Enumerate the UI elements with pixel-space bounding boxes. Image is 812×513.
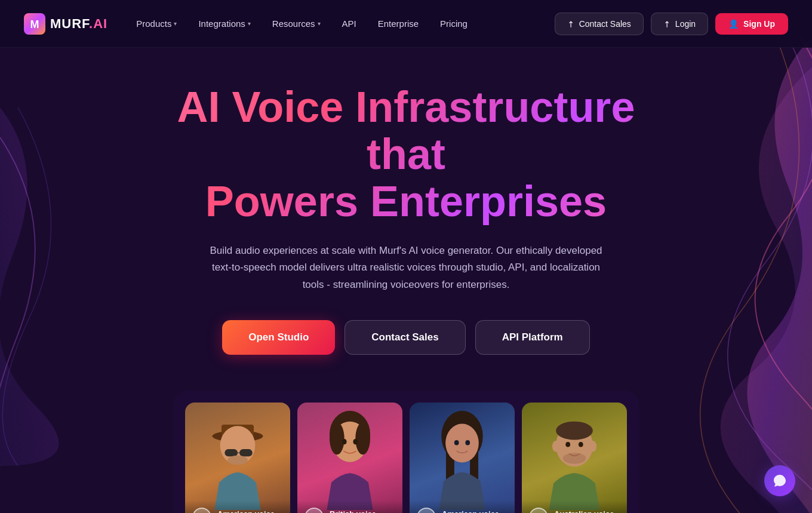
nav-item-api[interactable]: API xyxy=(333,14,366,33)
arrow-icon: ↗ xyxy=(661,18,673,30)
svg-point-23 xyxy=(552,441,559,452)
nav-item-products[interactable]: Products ▾ xyxy=(127,14,186,33)
svg-point-13 xyxy=(342,439,347,444)
chat-icon xyxy=(772,473,788,489)
voice-type-3: American voice xyxy=(442,509,499,513)
svg-point-8 xyxy=(227,456,248,465)
svg-point-12 xyxy=(355,422,370,454)
nav-item-enterprise[interactable]: Enterprise xyxy=(368,14,428,33)
voice-type-4: Australian voice xyxy=(554,509,614,513)
nav-contact-sales-button[interactable]: ↗ Contact Sales xyxy=(555,13,644,35)
svg-point-11 xyxy=(330,422,345,454)
chevron-down-icon: ▾ xyxy=(174,20,177,27)
voice-info-4: Australian voice Young Adult xyxy=(554,509,614,513)
voice-info-3: American voice Young adult xyxy=(442,509,499,513)
play-button-1[interactable] xyxy=(192,508,211,513)
arrow-icon: ↗ xyxy=(565,18,577,30)
hero-title: AI Voice Infrastructure that Powers Ente… xyxy=(137,84,675,226)
nav-item-resources[interactable]: Resources ▾ xyxy=(263,14,330,33)
cta-group: Open Studio Contact Sales API Platform xyxy=(222,320,590,355)
svg-point-14 xyxy=(353,439,358,444)
svg-point-25 xyxy=(565,442,570,447)
play-button-3[interactable] xyxy=(417,508,436,513)
nav-login-button[interactable]: ↗ Login xyxy=(651,13,708,35)
open-studio-button[interactable]: Open Studio xyxy=(222,320,335,355)
card-overlay-3: American voice Young adult xyxy=(410,500,515,513)
svg-point-18 xyxy=(445,424,479,463)
svg-point-24 xyxy=(589,441,596,452)
voice-info-2: British voice Young adult xyxy=(330,509,376,513)
voice-card-4[interactable]: Australian voice Young Adult xyxy=(522,403,627,513)
chevron-down-icon: ▾ xyxy=(248,20,251,27)
user-icon: 👤 xyxy=(728,19,739,29)
nav-links: Products ▾ Integrations ▾ Resources ▾ AP… xyxy=(127,14,554,33)
main-nav: M MURF.AI Products ▾ Integrations ▾ Reso… xyxy=(0,0,812,48)
card-overlay-1: American voice Middle-aged xyxy=(185,500,290,513)
svg-point-19 xyxy=(454,440,459,446)
main-content: AI Voice Infrastructure that Powers Ente… xyxy=(0,48,812,513)
voice-type-1: American voice xyxy=(217,509,275,513)
svg-text:M: M xyxy=(30,19,39,30)
svg-point-26 xyxy=(579,442,583,447)
chat-support-button[interactable] xyxy=(764,465,795,496)
svg-rect-6 xyxy=(239,449,253,456)
nav-signup-button[interactable]: 👤 Sign Up xyxy=(715,13,788,35)
svg-point-27 xyxy=(563,453,586,464)
voice-info-1: American voice Middle-aged xyxy=(217,509,275,513)
api-platform-button[interactable]: API Platform xyxy=(475,320,590,355)
voice-card-3[interactable]: American voice Young adult xyxy=(410,403,515,513)
logo[interactable]: M MURF.AI xyxy=(24,13,107,35)
hero-subtitle: Build audio experiences at scale with Mu… xyxy=(203,242,609,294)
svg-rect-5 xyxy=(224,449,238,456)
svg-point-22 xyxy=(556,422,593,440)
chevron-down-icon: ▾ xyxy=(318,20,321,27)
play-button-4[interactable] xyxy=(529,508,548,513)
voice-type-2: British voice xyxy=(330,509,376,513)
contact-sales-button[interactable]: Contact Sales xyxy=(345,320,465,355)
card-overlay-4: Australian voice Young Adult xyxy=(522,500,627,513)
voice-card-1[interactable]: American voice Middle-aged xyxy=(185,403,290,513)
play-button-2[interactable] xyxy=(304,508,324,513)
voice-card-2[interactable]: British voice Young adult xyxy=(297,403,402,513)
card-overlay-2: British voice Young adult xyxy=(297,500,402,513)
voice-cards-container: American voice Middle-aged xyxy=(173,391,639,513)
nav-item-pricing[interactable]: Pricing xyxy=(430,14,477,33)
nav-actions: ↗ Contact Sales ↗ Login 👤 Sign Up xyxy=(555,13,788,35)
nav-item-integrations[interactable]: Integrations ▾ xyxy=(189,14,260,33)
svg-point-20 xyxy=(465,440,470,446)
voice-cards: American voice Middle-aged xyxy=(185,403,627,513)
logo-text: MURF.AI xyxy=(50,16,107,32)
